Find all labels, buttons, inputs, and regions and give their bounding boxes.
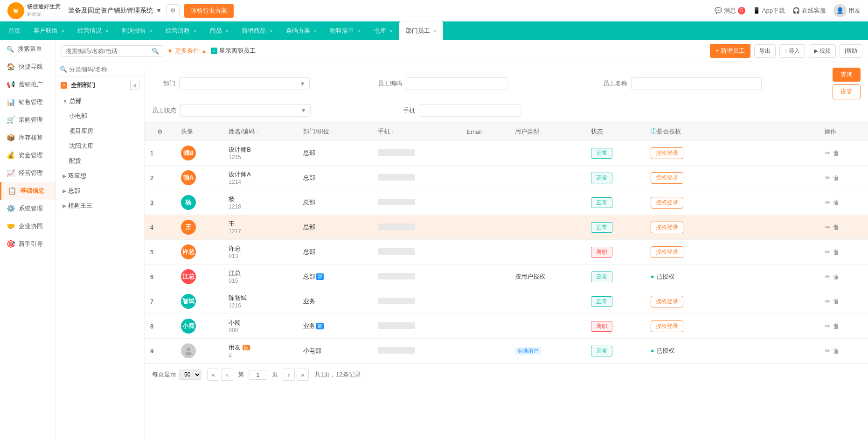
- tree-group-总部[interactable]: ▼总部: [56, 94, 144, 109]
- delete-btn-9[interactable]: 🗑: [833, 347, 839, 355]
- th-dept[interactable]: 部门/职位: [298, 123, 372, 141]
- next-page-btn[interactable]: ›: [283, 369, 295, 381]
- sidebar-item-sales[interactable]: 📊销售管理: [0, 93, 56, 111]
- nav-tab-经营情况[interactable]: 经营情况×: [71, 21, 115, 40]
- sidebar-item-operations[interactable]: 📈经营管理: [0, 164, 56, 182]
- sidebar-item-system[interactable]: ⚙️系统管理: [0, 200, 56, 217]
- nav-tab-物料清单[interactable]: 物料清单×: [323, 21, 367, 40]
- auth-btn-7[interactable]: 授权登录: [651, 296, 683, 307]
- tree-search-input[interactable]: [69, 66, 147, 73]
- nav-tab-首页[interactable]: 首页: [2, 21, 27, 40]
- tree-group-双应想-1[interactable]: ▶双应想: [56, 168, 144, 183]
- sidebar-item-purchase[interactable]: 🛒采购管理: [0, 111, 56, 129]
- auth-btn-4[interactable]: 授权登录: [651, 222, 683, 233]
- search-input-wrap[interactable]: 🔍: [62, 45, 163, 57]
- delete-btn-7[interactable]: 🗑: [833, 298, 839, 305]
- tree-item-项目库房[interactable]: 项目库房: [60, 124, 144, 139]
- tab-close-新增商品[interactable]: ×: [270, 28, 272, 34]
- user-area[interactable]: 👤 用友: [833, 4, 861, 17]
- online-service-btn[interactable]: 🎧 在线客服: [792, 7, 826, 15]
- phone-input[interactable]: [419, 104, 521, 117]
- edit-btn-9[interactable]: ✏: [825, 347, 831, 355]
- delete-btn-8[interactable]: 🗑: [833, 322, 839, 330]
- tab-close-物料清单[interactable]: ×: [358, 28, 361, 34]
- sidebar-item-guide[interactable]: 🎯新手引导: [0, 235, 56, 253]
- nav-tab-仓库[interactable]: 仓库×: [368, 21, 399, 40]
- current-page-input[interactable]: [249, 370, 267, 380]
- tree-search[interactable]: 🔍: [56, 62, 144, 77]
- all-depts-header[interactable]: ≡ 全部部门 «: [56, 77, 144, 94]
- import-btn[interactable]: ↑导入: [779, 44, 805, 58]
- nav-tab-客户联络[interactable]: 客户联络×: [27, 21, 71, 40]
- app-download-btn[interactable]: 📱 App下载: [753, 7, 785, 15]
- edit-btn-5[interactable]: ✏: [825, 248, 831, 256]
- edit-btn-7[interactable]: ✏: [825, 298, 831, 305]
- add-employee-btn[interactable]: + 新增员工: [710, 44, 750, 58]
- th-name[interactable]: 姓名/编码: [223, 123, 298, 141]
- nav-tab-部门员工[interactable]: 部门员工×: [399, 21, 443, 40]
- sidebar-item-inventory[interactable]: 📦库存核算: [0, 129, 56, 146]
- system-dropdown-btn[interactable]: ▼: [156, 7, 162, 14]
- tab-close-经营历程[interactable]: ×: [194, 28, 196, 34]
- sidebar-item-quick-nav[interactable]: 🏠快捷导航: [0, 58, 56, 76]
- per-page-select[interactable]: 50: [179, 369, 201, 380]
- edit-btn-6[interactable]: ✏: [825, 273, 831, 280]
- emp-name-input[interactable]: [631, 77, 762, 90]
- sidebar-item-marketing[interactable]: 📢营销推广: [0, 76, 56, 93]
- sidebar-search[interactable]: 🔍 搜索菜单: [0, 40, 56, 58]
- emp-code-input[interactable]: [406, 77, 508, 90]
- tab-close-仓库[interactable]: ×: [390, 28, 393, 34]
- tree-item-小电部[interactable]: 小电部: [60, 109, 144, 124]
- delete-btn-3[interactable]: 🗑: [833, 199, 839, 206]
- auth-btn-1[interactable]: 授权登录: [651, 147, 683, 159]
- tree-item-配货[interactable]: 配货: [60, 153, 144, 168]
- edit-btn-4[interactable]: ✏: [825, 223, 831, 231]
- prev-page-btn[interactable]: ‹: [221, 369, 233, 381]
- more-filters-btn[interactable]: ▼ 更多条件 ▲: [167, 47, 207, 55]
- delete-btn-1[interactable]: 🗑: [833, 149, 839, 157]
- delete-btn-4[interactable]: 🗑: [833, 223, 839, 231]
- tree-group-总部-2[interactable]: ▶总部: [56, 183, 144, 198]
- last-page-btn[interactable]: »: [297, 369, 309, 381]
- collapse-btn[interactable]: «: [130, 81, 139, 90]
- query-btn[interactable]: 查询: [833, 68, 861, 82]
- tree-group-植树王三-3[interactable]: ▶植树王三: [56, 198, 144, 213]
- delete-btn-5[interactable]: 🗑: [833, 248, 839, 256]
- th-phone[interactable]: 手机: [372, 123, 461, 141]
- nav-tab-利润报告[interactable]: 利润报告×: [115, 21, 159, 40]
- first-page-btn[interactable]: «: [207, 369, 219, 381]
- auth-btn-3[interactable]: 授权登录: [651, 197, 683, 209]
- sidebar-item-finance[interactable]: 💰资金管理: [0, 146, 56, 164]
- settings-th[interactable]: ⚙: [145, 123, 175, 141]
- auth-btn-8[interactable]: 授权登录: [651, 321, 683, 332]
- tab-close-经营情况[interactable]: ×: [105, 28, 108, 34]
- delete-btn-6[interactable]: 🗑: [833, 273, 839, 280]
- nav-tab-条码方案[interactable]: 条码方案×: [279, 21, 323, 40]
- tab-close-客户联络[interactable]: ×: [62, 28, 64, 34]
- tab-close-条码方案[interactable]: ×: [314, 28, 317, 34]
- emp-status-select[interactable]: ▼: [180, 104, 311, 117]
- message-btn[interactable]: 💬 消息 5: [715, 7, 745, 15]
- nav-tab-新增商品[interactable]: 新增商品×: [235, 21, 279, 40]
- tab-close-利润报告[interactable]: ×: [150, 28, 153, 34]
- dept-select[interactable]: ▼: [179, 77, 310, 90]
- auth-btn-2[interactable]: 授权登录: [651, 172, 683, 184]
- help-btn[interactable]: |帮助: [840, 44, 862, 58]
- sidebar-item-enterprise[interactable]: 🤝企业协同: [0, 217, 56, 235]
- edit-btn-1[interactable]: ✏: [825, 149, 831, 157]
- export-btn[interactable]: 导出: [754, 44, 776, 58]
- view-btn[interactable]: ▶视频: [809, 44, 836, 58]
- nav-tab-商品[interactable]: 商品×: [203, 21, 235, 40]
- auth-btn-5[interactable]: 授权登录: [651, 246, 683, 258]
- search-input[interactable]: [66, 48, 150, 55]
- sidebar-item-basic-info[interactable]: 📋基础信息: [0, 182, 56, 200]
- trial-btn[interactable]: 体验行业方案: [184, 4, 234, 18]
- nav-tab-经营历程[interactable]: 经营历程×: [159, 21, 203, 40]
- edit-btn-3[interactable]: ✏: [825, 199, 831, 206]
- tab-close-商品[interactable]: ×: [226, 28, 229, 34]
- edit-btn-2[interactable]: ✏: [825, 174, 831, 181]
- delete-btn-2[interactable]: 🗑: [833, 174, 839, 181]
- setting-btn[interactable]: 设置: [833, 84, 861, 99]
- show-resigned-toggle[interactable]: ✓ 显示离职员工: [211, 47, 256, 55]
- settings-gear-btn[interactable]: ⚙: [167, 4, 180, 17]
